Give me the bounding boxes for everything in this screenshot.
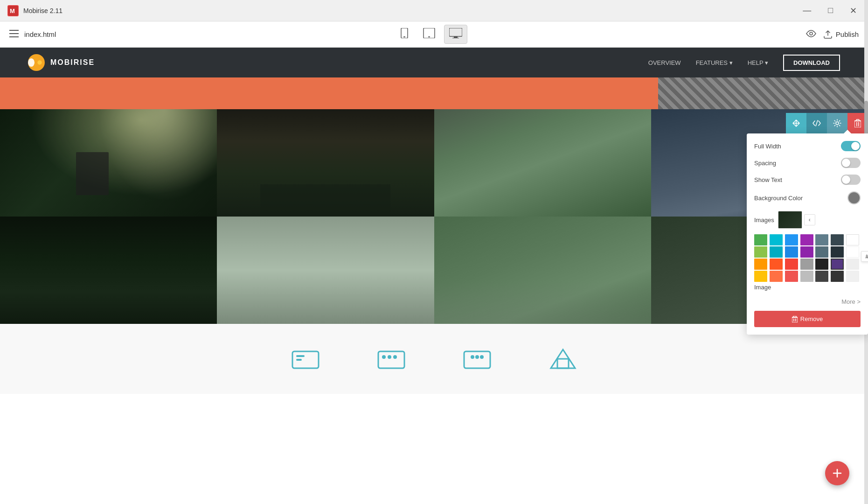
remove-button[interactable]: Remove: [754, 311, 861, 327]
color-swatch[interactable]: [815, 234, 828, 245]
color-hex-popup: #553982: [861, 251, 868, 262]
color-swatch[interactable]: [785, 246, 798, 258]
color-swatch[interactable]: [754, 259, 767, 270]
svg-point-19: [836, 122, 839, 125]
bg-color-row: Background Color: [754, 191, 861, 204]
full-width-toggle[interactable]: [841, 141, 861, 151]
publish-button[interactable]: Publish: [824, 30, 859, 39]
color-swatch[interactable]: [815, 259, 828, 270]
image-prev-button[interactable]: ‹: [804, 214, 815, 225]
hex-value: #553982: [865, 253, 868, 260]
nav-link-overview[interactable]: OVERVIEW: [648, 59, 681, 66]
images-label: Images: [754, 217, 774, 224]
tablet-view-button[interactable]: [418, 25, 440, 44]
site-logo: MOBIRISE: [28, 54, 95, 71]
color-swatch[interactable]: [846, 246, 859, 258]
show-text-row: Show Text: [754, 175, 861, 185]
color-swatch-selected[interactable]: [831, 259, 844, 270]
gallery-cell-3: [434, 109, 651, 217]
color-swatch[interactable]: [754, 234, 767, 245]
image-label: Image: [754, 284, 771, 291]
svg-rect-28: [296, 359, 302, 361]
color-swatch[interactable]: [831, 246, 844, 258]
publish-label: Publish: [836, 30, 859, 38]
block-arrows-button[interactable]: [786, 113, 806, 133]
nav-download-button[interactable]: DOWNLOAD: [783, 55, 840, 71]
bg-color-swatch[interactable]: [847, 191, 861, 204]
svg-point-12: [810, 32, 812, 35]
svg-rect-8: [428, 36, 430, 37]
gallery-cell-1: [0, 109, 217, 217]
color-swatch[interactable]: [831, 271, 844, 282]
mobile-view-button[interactable]: [395, 25, 414, 44]
color-swatch[interactable]: [800, 271, 813, 282]
more-link[interactable]: More >: [754, 298, 861, 305]
color-swatch[interactable]: [800, 259, 813, 270]
svg-rect-9: [449, 28, 462, 36]
icon-item-3: [462, 348, 492, 370]
svg-rect-2: [9, 30, 19, 31]
settings-panel: Full Width Spacing Show Text Background …: [747, 133, 868, 335]
gallery-cell-5: [0, 217, 217, 324]
color-swatch[interactable]: [846, 234, 859, 245]
color-swatch[interactable]: [831, 234, 844, 245]
svg-rect-29: [378, 351, 404, 368]
svg-text:M: M: [10, 7, 15, 14]
remove-label: Remove: [800, 315, 823, 322]
svg-rect-33: [464, 351, 490, 368]
color-swatch[interactable]: [785, 234, 798, 245]
color-swatch[interactable]: [754, 246, 767, 258]
color-swatch[interactable]: [800, 234, 813, 245]
view-switcher: [395, 25, 467, 44]
svg-point-31: [388, 355, 391, 359]
spacing-toggle[interactable]: [841, 158, 861, 168]
svg-rect-10: [454, 36, 458, 38]
gallery-section: Full Width Spacing Show Text Background …: [0, 109, 868, 324]
gallery-cell-7: [434, 217, 651, 324]
desktop-view-button[interactable]: [444, 25, 467, 44]
add-block-button[interactable]: [825, 461, 849, 485]
gallery-grid: [0, 109, 868, 324]
color-swatch[interactable]: [846, 259, 859, 270]
nav-link-help[interactable]: HELP ▾: [748, 59, 768, 66]
color-swatch[interactable]: [800, 246, 813, 258]
minimize-button[interactable]: —: [799, 4, 815, 18]
svg-rect-6: [403, 36, 405, 37]
hamburger-button[interactable]: [9, 29, 19, 40]
preview-button[interactable]: [806, 29, 816, 40]
panel-arrow: [844, 130, 851, 133]
icon-item-2: [376, 348, 406, 370]
image-thumbnail[interactable]: [778, 211, 802, 229]
show-text-toggle[interactable]: [841, 175, 861, 185]
svg-point-34: [471, 355, 474, 359]
svg-point-36: [480, 355, 484, 359]
color-swatch[interactable]: [846, 271, 859, 282]
orange-section: [0, 77, 868, 109]
window-controls: — □ ✕: [799, 4, 861, 18]
app-title: Mobirise 2.11: [23, 7, 62, 14]
site-navbar: MOBIRISE OVERVIEW FEATURES ▾ HELP ▾ DOWN…: [0, 48, 868, 77]
svg-point-30: [382, 355, 386, 359]
color-swatch[interactable]: [815, 271, 828, 282]
maximize-button[interactable]: □: [824, 4, 837, 18]
color-swatch[interactable]: [770, 234, 783, 245]
nav-link-features[interactable]: FEATURES ▾: [696, 59, 733, 66]
color-swatch[interactable]: [785, 259, 798, 270]
color-swatch[interactable]: [785, 271, 798, 282]
bg-color-label: Background Color: [754, 195, 803, 202]
svg-rect-3: [9, 33, 19, 34]
preview-area: MOBIRISE OVERVIEW FEATURES ▾ HELP ▾ DOWN…: [0, 48, 868, 394]
block-code-button[interactable]: [806, 113, 827, 133]
toolbar: index.html Publish: [0, 21, 868, 48]
spacing-label: Spacing: [754, 160, 776, 167]
close-button[interactable]: ✕: [846, 4, 861, 18]
svg-rect-27: [296, 355, 305, 357]
gallery-cell-2: [217, 109, 434, 217]
color-swatch[interactable]: [770, 246, 783, 258]
color-swatch[interactable]: [770, 259, 783, 270]
color-swatch[interactable]: [770, 271, 783, 282]
color-swatch[interactable]: [815, 246, 828, 258]
svg-point-14: [37, 60, 42, 64]
svg-point-32: [393, 355, 397, 359]
color-swatch[interactable]: [754, 271, 767, 282]
